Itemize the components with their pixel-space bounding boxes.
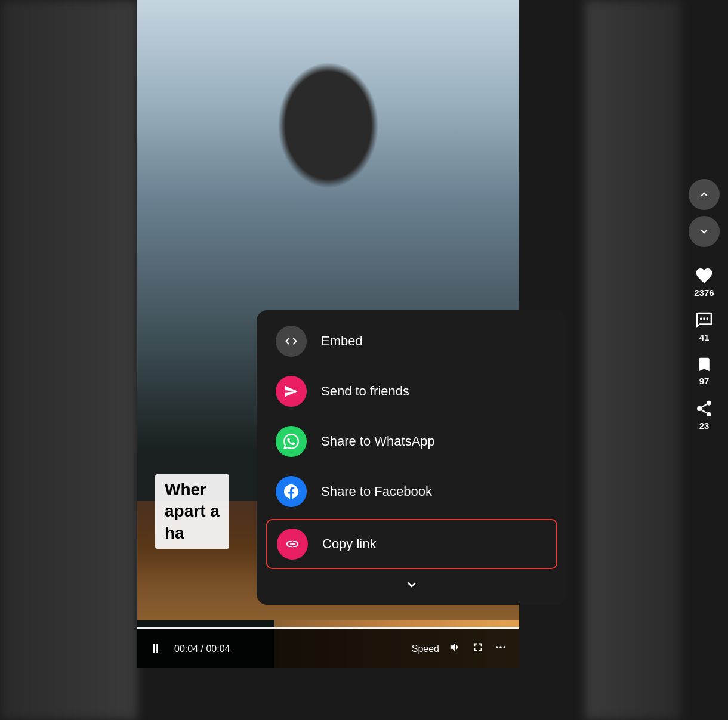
more-options-button[interactable] [494, 641, 507, 657]
side-blur-right [585, 0, 680, 720]
like-button[interactable] [695, 266, 714, 285]
svg-point-2 [504, 646, 506, 648]
svg-point-4 [703, 317, 705, 320]
copylink-label: Copy link [322, 536, 376, 552]
video-caption: Wher apart a ha [155, 474, 229, 549]
share-menu-chevron-down[interactable] [257, 571, 567, 593]
send-label: Send to friends [321, 384, 409, 399]
embed-icon [276, 326, 307, 357]
send-icon [276, 376, 307, 407]
copylink-icon [277, 529, 308, 560]
time-display: 00:04 / 00:04 [174, 644, 230, 654]
volume-button[interactable] [449, 641, 462, 657]
share-button[interactable] [695, 399, 714, 418]
share-menu: Embed Send to friends Share to WhatsApp … [257, 310, 567, 605]
svg-point-3 [700, 317, 702, 320]
save-count: 97 [699, 376, 710, 386]
nav-up-button[interactable] [689, 179, 720, 210]
svg-point-1 [499, 646, 502, 648]
video-container: Wher apart a ha ⏸ 00:04 / 00:04 Speed [0, 0, 728, 720]
embed-label: Embed [321, 333, 363, 349]
like-count: 2376 [694, 288, 714, 298]
share-facebook-item[interactable]: Share to Facebook [257, 466, 567, 517]
fullscreen-button[interactable] [471, 641, 485, 657]
comment-button[interactable] [695, 311, 714, 330]
share-copylink-item[interactable]: Copy link [266, 519, 557, 569]
whatsapp-icon [276, 426, 307, 457]
bottom-controls: ⏸ 00:04 / 00:04 Speed [137, 629, 519, 668]
share-embed-item[interactable]: Embed [257, 316, 567, 366]
nav-down-button[interactable] [689, 216, 720, 247]
svg-point-5 [706, 317, 708, 320]
comment-count: 41 [699, 332, 710, 342]
share-send-item[interactable]: Send to friends [257, 366, 567, 416]
speed-button[interactable]: Speed [412, 644, 439, 654]
save-button[interactable] [695, 356, 713, 373]
svg-point-0 [496, 646, 498, 648]
right-sidebar: 2376 41 97 23 [680, 0, 728, 680]
whatsapp-label: Share to WhatsApp [321, 434, 435, 449]
share-whatsapp-item[interactable]: Share to WhatsApp [257, 416, 567, 466]
facebook-icon [276, 476, 307, 507]
side-blur-left [0, 0, 137, 720]
pause-button[interactable]: ⏸ [149, 641, 162, 657]
share-count: 23 [699, 421, 710, 431]
facebook-label: Share to Facebook [321, 484, 432, 499]
